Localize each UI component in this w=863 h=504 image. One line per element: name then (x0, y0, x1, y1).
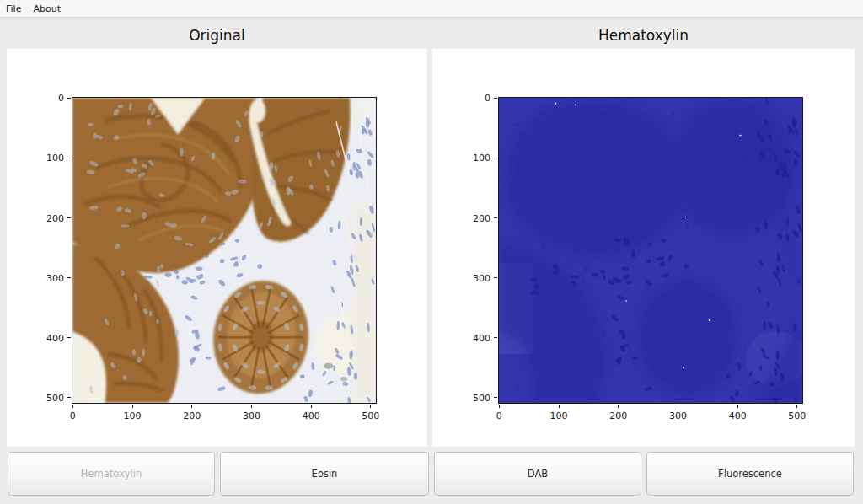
tick-mark (737, 405, 738, 408)
tick-mark (251, 405, 252, 408)
tick-mark (311, 405, 312, 408)
tick-label: 100 (124, 410, 142, 421)
hematoxylin-plot: 01002003004005000100200300400500 (498, 97, 803, 404)
tick-label: 300 (243, 410, 260, 421)
tick-mark (132, 405, 133, 408)
panel-original: 01002003004005000100200300400500 (7, 49, 427, 447)
tick-mark (499, 405, 500, 408)
tick-label: 100 (550, 410, 568, 421)
tick-mark (370, 405, 371, 408)
tick-label: 300 (473, 272, 490, 283)
tick-label: 300 (46, 272, 64, 283)
tick-label: 0 (58, 93, 64, 104)
tick-mark (67, 277, 71, 278)
tick-mark (494, 158, 497, 158)
tick-label: 0 (70, 410, 76, 421)
tick-mark (72, 405, 73, 408)
tick-label: 0 (485, 93, 490, 104)
tick-label: 400 (46, 332, 64, 343)
hematoxylin-panel-title: Hematoxylin (432, 24, 855, 46)
menu-bar: File About (0, 0, 863, 18)
tick-label: 0 (496, 410, 502, 421)
tick-label: 500 (362, 410, 379, 421)
tick-mark (494, 397, 497, 398)
tick-mark (67, 98, 71, 99)
tick-mark (67, 217, 71, 218)
tick-mark (796, 405, 797, 408)
fluorescence-button[interactable]: Fluorescence (646, 452, 854, 496)
panel-hematoxylin: 01002003004005000100200300400500 (432, 49, 855, 447)
hematoxylin-button[interactable]: Hematoxylin (8, 452, 215, 496)
tick-mark (494, 337, 497, 338)
tick-label: 100 (46, 153, 64, 164)
tick-label: 400 (729, 410, 747, 421)
original-image (72, 98, 376, 403)
tick-label: 500 (788, 410, 806, 421)
menu-item-about[interactable]: About (27, 2, 67, 16)
menu-item-about-label: bout (40, 3, 61, 14)
tick-label: 100 (473, 153, 490, 164)
original-plot: 01002003004005000100200300400500 (72, 97, 377, 404)
eosin-button[interactable]: Eosin (220, 452, 429, 496)
tick-label: 200 (473, 212, 490, 223)
tick-mark (559, 405, 560, 408)
tick-label: 500 (46, 392, 64, 403)
tick-mark (191, 405, 192, 408)
tick-label: 200 (183, 410, 201, 421)
tick-label: 200 (46, 212, 64, 223)
original-panel-title: Original (7, 24, 427, 46)
tick-mark (618, 405, 619, 408)
tick-mark (67, 337, 71, 338)
tick-mark (494, 217, 497, 218)
menu-item-file-label: File (6, 3, 21, 14)
tick-mark (67, 397, 71, 398)
tick-label: 500 (473, 392, 490, 403)
hematoxylin-image (499, 98, 802, 403)
tick-mark (494, 277, 497, 278)
tick-mark (67, 158, 71, 158)
tick-mark (678, 405, 678, 408)
tick-label: 400 (473, 332, 490, 343)
dab-button[interactable]: DAB (434, 452, 641, 496)
menu-item-about-label-underlined: A (33, 3, 40, 14)
tick-label: 300 (669, 410, 687, 421)
menu-item-file[interactable]: File (0, 2, 27, 16)
tick-label: 200 (609, 410, 627, 421)
tick-label: 400 (303, 410, 320, 421)
tick-mark (494, 98, 497, 99)
